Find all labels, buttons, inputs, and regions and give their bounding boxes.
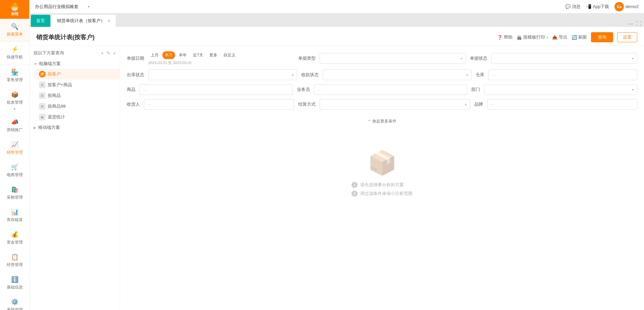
sidebar-item-ecommerce-mgmt[interactable]: 🛒 电商管理 [0, 159, 29, 182]
app-download-icon: 📲 [586, 4, 591, 9]
panel-header-title: 按以下方案查询 [34, 50, 64, 56]
main-wrapper: 办公用品行业模拟账套 ▾ 💬 消息 📲 App下载 Ea demo2 首页 [30, 0, 644, 310]
user-profile[interactable]: Ea demo2 [614, 2, 639, 11]
marketing-icon: 📣 [11, 118, 18, 126]
warehouse-field[interactable]: ··· [488, 69, 637, 80]
page-title: 销货单统计表(按客户) [36, 33, 95, 41]
tree-child-by-product[interactable]: 図 按商品 [35, 90, 120, 101]
date-btn-more[interactable]: 更多 [207, 51, 220, 59]
recipient-label: 收货人 [127, 101, 140, 107]
sidebar-item-quick-nav[interactable]: ⚡ 快捷导航 [0, 42, 29, 64]
user-name: demo2 [625, 4, 639, 9]
brand-placeholder: ··· [491, 102, 634, 107]
panel-header: 按以下方案查询 + ✎ « [30, 50, 120, 59]
tree-child-by-product-99[interactable]: 図 按商品99 [35, 101, 120, 112]
app-download-button[interactable]: 📲 App下载 [586, 4, 609, 10]
settings-button[interactable]: 设置 [617, 32, 637, 42]
tab-home[interactable]: 首页 [31, 15, 50, 27]
date-btn-this-year[interactable]: 本年 [176, 51, 189, 59]
sales-icon: 📈 [11, 141, 18, 148]
topbar: 办公用品行业模拟账套 ▾ 💬 消息 📲 App下载 Ea demo2 [30, 0, 644, 13]
doc-type-field[interactable]: ▾ [320, 53, 466, 64]
settlement-field[interactable]: ▾ [320, 99, 470, 110]
maximize-icon[interactable]: ⛶ [636, 21, 641, 27]
sidebar-item-label: 采购管理 [7, 195, 23, 200]
collapse-button[interactable]: ⌃ 收起更多条件 [364, 117, 400, 125]
collection-status-field[interactable]: ▾ [323, 69, 472, 80]
sidebar-item-inventory[interactable]: 📊 库存核算 [0, 204, 29, 227]
collapse-panel-icon[interactable]: « [113, 50, 116, 56]
help-label: 帮助 [504, 34, 513, 40]
topbar-dropdown-icon[interactable]: ▾ [88, 5, 90, 8]
brand-label: 品牌 [474, 101, 483, 107]
sidebar-item-system-mgmt[interactable]: ⚙️ 系统管理 [0, 294, 29, 310]
tree-mobile-section: ▶ 移动端方案 [30, 122, 120, 133]
help-button[interactable]: ❓ 帮助 [497, 34, 513, 40]
export-button[interactable]: 📤 导出 [552, 34, 568, 40]
salesperson-field[interactable]: ··· [314, 84, 467, 95]
warehouse-label: 仓库 [476, 72, 484, 78]
sidebar-item-sales-mgmt[interactable]: 📈 销售管理 [0, 137, 29, 159]
doc-type-label: 单据类型 [298, 55, 316, 61]
tab-home-label: 首页 [36, 18, 45, 24]
topbar-right: 💬 消息 📲 App下载 Ea demo2 [565, 2, 639, 11]
query-button[interactable]: 查询 [591, 32, 613, 42]
sidebar-item-label: 零售管理 [7, 77, 23, 83]
sidebar-item-basic-info[interactable]: ℹ️ 基础信息 [0, 272, 29, 294]
tree-child-by-customer[interactable]: 按 按客户 [35, 69, 120, 80]
tip-num-1: 1 [352, 182, 358, 188]
sidebar-item-operations-mgmt[interactable]: 📋 经营管理 [0, 249, 29, 272]
salesperson-placeholder: ··· [318, 87, 464, 92]
tree-child-refund-stats[interactable]: ▦ 退货统计 [35, 112, 120, 122]
shipment-dropdown-icon: ▾ [292, 73, 293, 77]
logo-label: 标报 [11, 11, 18, 16]
tab-close-icon[interactable]: × [108, 18, 110, 23]
date-btn-custom[interactable]: 自定义 [221, 51, 238, 59]
recipient-field[interactable]: ··· [144, 99, 294, 110]
messages-label: 消息 [572, 4, 581, 10]
print-dropdown-icon: ▾ [546, 36, 548, 39]
sidebar-item-purchase-mgmt[interactable]: 🛍️ 采购管理 [0, 182, 29, 204]
doc-status-dropdown-icon: ▾ [632, 57, 634, 60]
template-print-label: 按模板打印 [523, 34, 545, 40]
edit-scheme-icon[interactable]: ✎ [106, 50, 110, 56]
sidebar-item-retail-mgmt[interactable]: 🏪 零售管理 [0, 64, 29, 87]
tab-sales-stats[interactable]: 销货单统计表（按客户） × [52, 15, 116, 27]
product-field[interactable]: ··· [140, 84, 293, 95]
messages-button[interactable]: 💬 消息 [565, 4, 581, 10]
date-btn-this-month[interactable]: 本月 [162, 51, 175, 59]
tree-desktop-parent[interactable]: ▼ 电脑端方案 [30, 59, 120, 69]
add-scheme-icon[interactable]: + [101, 50, 104, 56]
finance-icon: 💰 [11, 231, 18, 238]
department-field[interactable]: ▾ [484, 84, 637, 95]
collapse-row: ⌃ 收起更多条件 [127, 114, 637, 129]
help-icon: ❓ [497, 35, 502, 40]
sidebar-item-wholesale-mgmt[interactable]: 📦 批发管理 ▲ [0, 87, 29, 114]
tip-text-1: 请先选择要分析的方案 [360, 182, 404, 188]
doc-status-field[interactable]: ▾ [491, 53, 637, 64]
app-download-label: App下载 [593, 4, 609, 10]
tabbar: 首页 销货单统计表（按客户） × — ⛶ [30, 13, 644, 27]
department-dropdown-icon: ▾ [632, 88, 634, 92]
tree-child-label: 按客户+商品 [48, 82, 72, 88]
minimize-icon[interactable]: — [628, 21, 633, 27]
sidebar-item-search-menu[interactable]: 🔍 搜索菜单 [0, 19, 29, 42]
tab-sales-stats-label: 销货单统计表（按客户） [57, 18, 105, 24]
date-btn-last-month[interactable]: 上月 [148, 51, 161, 59]
tree-mobile-parent[interactable]: ▶ 移动端方案 [30, 122, 120, 133]
refresh-button[interactable]: 🔄 刷新 [572, 34, 587, 40]
template-print-button[interactable]: 🖨️ 按模板打印 ▾ [517, 34, 548, 40]
brand-field[interactable]: ··· [487, 99, 637, 110]
app-logo: 🐣 标报 [0, 0, 30, 19]
shipment-status-field[interactable]: ▾ [148, 69, 297, 80]
topbar-title: 办公用品行业模拟账套 [35, 4, 78, 10]
date-btn-last-7days[interactable]: 近7天 [191, 51, 206, 59]
recipient-placeholder: ··· [148, 102, 290, 107]
tree-child-by-customer-product[interactable]: 図 按客户+商品 [35, 80, 120, 90]
sidebar-item-finance-mgmt[interactable]: 💰 资金管理 [0, 227, 29, 249]
content-layout: 按以下方案查询 + ✎ « ▼ 电脑端方案 [30, 46, 644, 309]
left-panel: 按以下方案查询 + ✎ « ▼ 电脑端方案 [30, 46, 120, 309]
tree-mobile-label: 移动端方案 [38, 124, 60, 131]
sidebar-item-marketing[interactable]: 📣 营销推广 [0, 114, 29, 137]
tree-child-label: 退货统计 [48, 114, 65, 120]
